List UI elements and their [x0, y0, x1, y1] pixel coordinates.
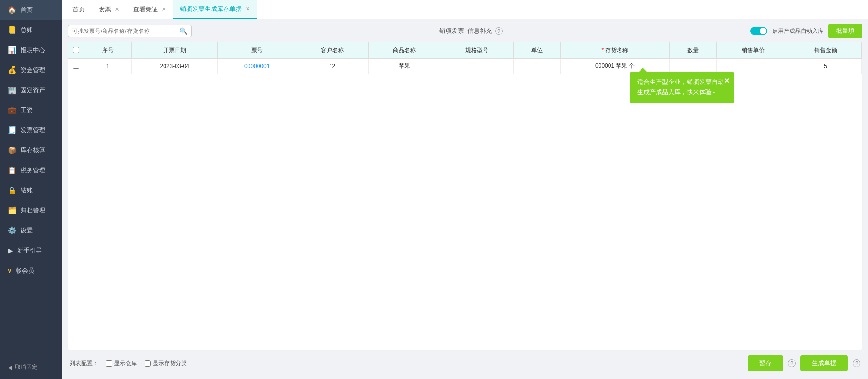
toolbar-right: 启用产成品自动入库 批量填: [750, 24, 862, 38]
tab-invoice-close[interactable]: ✕: [115, 6, 119, 12]
invoice-icon: 🧾: [8, 126, 17, 135]
sidebar-item-settings[interactable]: ⚙️ 设置: [0, 221, 62, 241]
generate-button[interactable]: 生成单据: [800, 355, 848, 371]
table-row: 1 2023-03-04 00000001 12 苹果 000001 苹果 个 …: [68, 59, 862, 74]
sidebar-item-reports[interactable]: 📊 报表中心: [0, 40, 62, 60]
guide-icon: ▶: [8, 246, 13, 255]
batch-fill-button[interactable]: 批量填: [828, 24, 862, 38]
sidebar-item-archive[interactable]: 🗂️ 归档管理: [0, 200, 62, 221]
home-icon: 🏠: [8, 6, 17, 14]
row-checkbox-cell: [68, 59, 84, 74]
sidebar-item-funds[interactable]: 💰 资金管理: [0, 60, 62, 80]
tab-voucher-close[interactable]: ✕: [162, 6, 166, 12]
toolbar-left: 🔍: [68, 25, 192, 37]
sidebar-item-guide[interactable]: ▶ 新手引导: [0, 241, 62, 261]
sidebar-bottom: ◀ 取消固定: [0, 355, 62, 379]
footer-left: 列表配置： 显示仓库 显示存货分类: [70, 359, 187, 368]
sidebar-item-assets[interactable]: 🏢 固定资产: [0, 80, 62, 100]
row-date: 2023-03-04: [132, 59, 218, 74]
tab-voucher[interactable]: 查看凭证 ✕: [126, 0, 173, 19]
main-area: 首页 发票 ✕ 查看凭证 ✕ 销项发票生成库存单据 ✕ 🔍 销项发票_信息补充: [62, 0, 868, 379]
show-category-checkbox[interactable]: [145, 360, 151, 367]
data-table: 序号 开票日期 票号 客户名称 商品名称 规格型号 单位 * 存货名称 数量 销…: [68, 42, 862, 74]
sidebar: 🏠 首页 📒 总账 📊 报表中心 💰 资金管理 🏢 固定资产 💼 工资 🧾 发票…: [0, 0, 62, 379]
unpin-bar[interactable]: ◀ 取消固定: [0, 359, 62, 375]
footer-actions: 暂存 ? 生成单据 ?: [748, 355, 860, 371]
header-invoice-no: 票号: [218, 42, 296, 59]
header-spec: 规格型号: [441, 42, 513, 59]
sidebar-item-vip[interactable]: V 畅会员: [0, 261, 62, 281]
funds-icon: 💰: [8, 66, 17, 74]
row-seq: 1: [84, 59, 132, 74]
tab-sales-storage[interactable]: 销项发票生成库存单据 ✕: [173, 0, 257, 19]
row-invoice-no[interactable]: 00000001: [218, 59, 296, 74]
tooltip-popup: ✕ 适合生产型企业，销项发票自动生成产成品入库，快来体验~: [630, 72, 734, 103]
unpin-icon: ◀: [8, 364, 12, 371]
sidebar-item-closing[interactable]: 🔒 结账: [0, 180, 62, 200]
row-amount: 5: [789, 59, 862, 74]
assets-icon: 🏢: [8, 86, 17, 95]
sidebar-item-payroll[interactable]: 💼 工资: [0, 100, 62, 120]
tab-invoice[interactable]: 发票 ✕: [92, 0, 126, 19]
search-input[interactable]: [72, 28, 179, 34]
header-checkbox-cell: [68, 42, 84, 59]
row-customer: 12: [296, 59, 369, 74]
sidebar-item-ledger[interactable]: 📒 总账: [0, 20, 62, 40]
show-warehouse-checkbox[interactable]: [106, 360, 112, 367]
row-checkbox[interactable]: [73, 63, 79, 69]
content-area: 🔍 销项发票_信息补充 ? 启用产成品自动入库 批量填: [62, 19, 868, 379]
save-button[interactable]: 暂存: [748, 355, 783, 371]
vip-icon: V: [8, 267, 12, 274]
ledger-icon: 📒: [8, 26, 17, 34]
search-icon: 🔍: [179, 27, 187, 35]
closing-icon: 🔒: [8, 186, 17, 195]
tab-home[interactable]: 首页: [66, 0, 92, 19]
tax-icon: 📋: [8, 166, 17, 175]
toggle-label: 启用产成品自动入库: [772, 27, 824, 35]
toolbar-center: 销项发票_信息补充 ?: [439, 27, 503, 35]
tab-sales-storage-close[interactable]: ✕: [246, 6, 250, 12]
header-unit-price: 销售单价: [717, 42, 789, 59]
show-category-label[interactable]: 显示存货分类: [145, 359, 187, 368]
auto-storage-toggle[interactable]: [750, 27, 767, 35]
toolbar: 🔍 销项发票_信息补充 ? 启用产成品自动入库 批量填: [68, 24, 862, 38]
sidebar-item-tax[interactable]: 📋 税务管理: [0, 160, 62, 180]
generate-help-icon[interactable]: ?: [853, 359, 860, 367]
show-warehouse-label[interactable]: 显示仓库: [106, 359, 137, 368]
data-table-container: 序号 开票日期 票号 客户名称 商品名称 规格型号 单位 * 存货名称 数量 销…: [68, 42, 862, 350]
header-amount: 销售金额: [789, 42, 862, 59]
sidebar-item-home[interactable]: 🏠 首页: [0, 0, 62, 20]
header-unit: 单位: [513, 42, 560, 59]
tooltip-text: 适合生产型企业，销项发票自动生成产成品入库，快来体验~: [637, 78, 724, 95]
header-customer: 客户名称: [296, 42, 369, 59]
header-qty: 数量: [670, 42, 717, 59]
payroll-icon: 💼: [8, 106, 17, 115]
select-all-checkbox[interactable]: [73, 47, 79, 53]
toggle-knob: [760, 28, 766, 34]
settings-icon: ⚙️: [8, 226, 17, 235]
header-seq: 序号: [84, 42, 132, 59]
info-label: 销项发票_信息补充: [439, 27, 492, 35]
footer: 列表配置： 显示仓库 显示存货分类 暂存 ? 生成单据 ?: [68, 350, 862, 374]
sidebar-item-invoice[interactable]: 🧾 发票管理: [0, 120, 62, 140]
save-help-icon[interactable]: ?: [788, 359, 796, 367]
info-help-icon[interactable]: ?: [495, 27, 503, 35]
row-product: 苹果: [369, 59, 441, 74]
archive-icon: 🗂️: [8, 206, 17, 215]
sidebar-item-inventory[interactable]: 📦 库存核算: [0, 140, 62, 160]
table-header-row: 序号 开票日期 票号 客户名称 商品名称 规格型号 单位 * 存货名称 数量 销…: [68, 42, 862, 59]
tab-bar: 首页 发票 ✕ 查看凭证 ✕ 销项发票生成库存单据 ✕: [62, 0, 868, 19]
header-inventory: * 存货名称: [560, 42, 669, 59]
search-box[interactable]: 🔍: [68, 25, 192, 37]
tooltip-close-button[interactable]: ✕: [724, 75, 730, 86]
header-date: 开票日期: [132, 42, 218, 59]
row-unit: [513, 59, 560, 74]
reports-icon: 📊: [8, 46, 17, 54]
inventory-icon: 📦: [8, 146, 17, 155]
config-label: 列表配置：: [70, 359, 98, 368]
row-spec: [441, 59, 513, 74]
header-product: 商品名称: [369, 42, 441, 59]
